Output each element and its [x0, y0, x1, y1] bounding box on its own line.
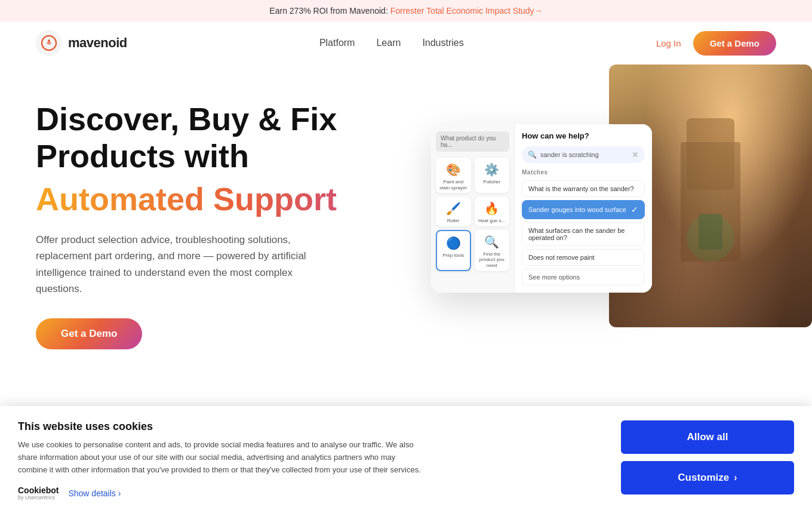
nav-platform[interactable]: Platform [319, 38, 355, 48]
product-item-polisher[interactable]: ⚙️ Polisher [475, 158, 510, 193]
app-mockup: What product do you ha... 🎨 Paint and st… [431, 124, 652, 293]
hero-title-line1: Discover, Buy & Fix Products with [36, 100, 443, 174]
match-item-1[interactable]: What is the warranty on the sander? [522, 180, 645, 197]
chat-title: How can we help? [522, 131, 645, 140]
chat-search-icon: 🔍 [528, 150, 537, 159]
logo-area: mavenoid [36, 30, 127, 56]
mockup-chat-panel: How can we help? 🔍 sander is scratching … [515, 124, 652, 293]
hero-section: Discover, Buy & Fix Products with Automa… [0, 64, 812, 387]
mockup-product-panel: What product do you ha... 🎨 Paint and st… [431, 124, 515, 293]
mockup-search: What product do you ha... [436, 131, 509, 152]
product-grid: 🎨 Paint and stain sprayer ⚙️ Polisher 🖌️… [436, 158, 509, 271]
top-banner: Earn 273% ROI from Mavenoid: Forrester T… [0, 0, 812, 21]
hero-left: Discover, Buy & Fix Products with Automa… [36, 88, 443, 349]
see-more-options[interactable]: See more options [522, 269, 645, 285]
logo-icon [36, 30, 62, 56]
match-check-icon: ✓ [631, 205, 638, 214]
product-item-sander[interactable]: 🔵 Prep tools [436, 230, 471, 271]
navbar: mavenoid Platform Learn Industries Log I… [0, 21, 812, 64]
chat-input-text: sander is scratching [540, 151, 628, 158]
sander-icon: 🔵 [439, 236, 467, 250]
product-item-find[interactable]: 🔍 Find the product you need [475, 230, 510, 271]
product-label-heatgun: Heat gun s... [477, 218, 508, 224]
product-item-paint[interactable]: 🎨 Paint and stain sprayer [436, 158, 471, 193]
polisher-icon: ⚙️ [477, 162, 508, 177]
match-item-3[interactable]: What surfaces can the sander be operated… [522, 222, 645, 246]
product-item-heatgun[interactable]: 🔥 Heat gun s... [475, 196, 510, 226]
svg-point-1 [48, 39, 50, 42]
banner-link[interactable]: Forrester Total Economic Impact Study→ [390, 6, 543, 16]
product-item-roller[interactable]: 🖌️ Roller [436, 196, 471, 226]
product-label-sander: Prep tools [439, 253, 467, 259]
hero-right: What product do you ha... 🎨 Paint and st… [443, 88, 776, 387]
nav-login[interactable]: Log In [656, 38, 681, 48]
match-item-4[interactable]: Does not remove paint [522, 249, 645, 266]
nav-industries[interactable]: Industries [422, 38, 463, 48]
hero-title-gradient: Automated Support [36, 180, 443, 217]
product-label-polisher: Polisher [477, 179, 508, 185]
nav-links: Platform Learn Industries [319, 38, 464, 48]
logo-text: mavenoid [68, 35, 127, 51]
match-item-2-active[interactable]: Sander gouges into wood surface ✓ [522, 200, 645, 219]
chat-clear-icon[interactable]: ✕ [632, 150, 639, 159]
hero-description: Offer product selection advice, troubles… [36, 232, 334, 297]
chat-input-area[interactable]: 🔍 sander is scratching ✕ [522, 146, 645, 163]
hero-cta-button[interactable]: Get a Demo [36, 318, 142, 349]
svg-rect-5 [699, 214, 722, 250]
product-label-paint: Paint and stain sprayer [438, 179, 469, 191]
heatgun-icon: 🔥 [477, 201, 508, 216]
product-label-find: Find the product you need [477, 251, 508, 269]
paint-sprayer-icon: 🎨 [438, 162, 469, 177]
find-icon: 🔍 [477, 235, 508, 249]
nav-demo-button[interactable]: Get a Demo [693, 31, 776, 56]
match-item-2-text: Sander gouges into wood surface [528, 206, 626, 213]
product-label-roller: Roller [438, 218, 469, 224]
nav-right: Log In Get a Demo [656, 31, 776, 56]
nav-learn[interactable]: Learn [376, 38, 401, 48]
roller-icon: 🖌️ [438, 201, 469, 216]
matches-label: Matches [522, 169, 645, 176]
banner-text: Earn 273% ROI from Mavenoid: [269, 6, 387, 16]
